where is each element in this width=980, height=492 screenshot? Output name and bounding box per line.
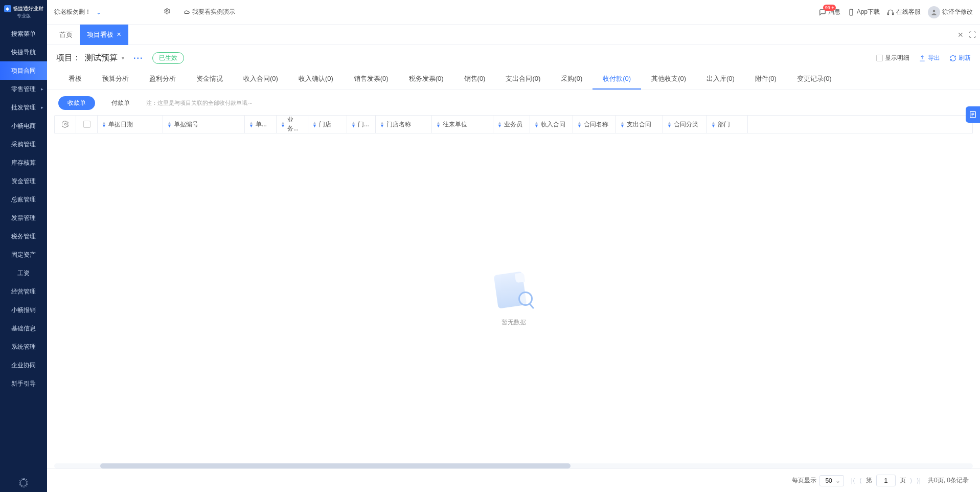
sidebar-item[interactable]: 系统管理 [0,338,47,356]
sub-tab[interactable]: 销售发票(0) [344,69,399,90]
messages-button[interactable]: 99 + 消息 [819,8,840,16]
close-icon[interactable]: ✕ [117,31,121,38]
column-label: 单... [256,120,267,129]
sidebar-item[interactable]: 批发管理▸ [0,98,47,117]
app-icon [848,9,855,16]
sort-icon: ▲▼ [577,121,582,127]
column-label: 单据日期 [108,120,133,129]
column-header[interactable]: ▲▼门店 [308,116,347,133]
brand-logo: ◆ 畅捷通好业财 专业版 [0,0,47,25]
sidebar-item[interactable]: 税务管理 [0,227,47,245]
sidebar-item[interactable]: 总账管理 [0,190,47,209]
sort-icon: ▲▼ [380,121,384,127]
column-header[interactable]: ▲▼单据编号 [163,116,245,133]
page-size-selector[interactable]: 每页显示 50 [792,475,844,486]
column-header[interactable]: ▲▼合同分类 [663,116,707,133]
sub-tab[interactable]: 收入确认(0) [288,69,344,90]
column-header[interactable]: ▲▼往来单位 [432,116,493,133]
column-label: 业务... [287,116,304,133]
sub-tab[interactable]: 收付款(0) [592,69,641,90]
sidebar-item[interactable]: 发票管理 [0,209,47,227]
sidebar-item[interactable]: 项目合同 [0,61,47,80]
sidebar-item[interactable]: 资金管理 [0,172,47,190]
pill-payment[interactable]: 付款单 [102,96,139,110]
column-header[interactable]: ▲▼单据日期 [98,116,163,133]
sidebar-item[interactable]: 搜索菜单 [0,25,47,43]
view-demo-link[interactable]: 我要看实例演示 [183,8,235,16]
tabbar: 首页 项目看板 ✕ ✕ ⛶ [47,25,980,45]
project-name: 测试预算 [85,53,118,63]
sub-tab[interactable]: 变更记录(0) [787,69,842,90]
show-detail-toggle[interactable]: 显示明细 [876,54,909,62]
scrollbar-thumb[interactable] [100,463,571,468]
svg-point-5 [933,10,936,12]
column-label: 往来单位 [443,120,467,129]
project-title-selector[interactable]: 项目： 测试预算 ▾ [56,53,124,63]
user-menu[interactable]: 徐泽华修改 [928,6,973,18]
export-button[interactable]: 导出 [919,54,940,62]
sort-icon: ▲▼ [497,121,502,127]
sidebar-item[interactable]: 库存核算 [0,153,47,172]
refresh-button[interactable]: 刷新 [949,54,971,62]
support-button[interactable]: 在线客服 [887,8,921,16]
sidebar-item[interactable]: 固定资产 [0,245,47,264]
sidebar-item[interactable]: 快捷导航 [0,43,47,61]
sub-tab[interactable]: 盈利分析 [139,69,186,90]
tab-home[interactable]: 首页 [52,25,80,45]
sidebar-item[interactable]: 基础信息 [0,319,47,338]
page-size-value[interactable]: 50 [819,475,844,486]
horizontal-scrollbar[interactable] [54,463,973,468]
sub-tab[interactable]: 销售(0) [454,69,496,90]
sidebar-item[interactable]: 企业协同 [0,356,47,374]
sidebar-item[interactable]: 采购管理 [0,135,47,153]
column-header[interactable]: ▲▼单... [245,116,277,133]
sub-tab[interactable]: 看板 [58,69,92,90]
page-input[interactable] [876,475,896,486]
sort-icon: ▲▼ [351,121,356,127]
chevron-down-icon: ⌄ [96,9,101,16]
sub-tab[interactable]: 支出合同(0) [495,69,551,90]
column-header[interactable]: ▲▼门... [347,116,376,133]
sort-icon: ▲▼ [102,121,106,127]
sidebar-item[interactable]: 经营管理 [0,282,47,301]
column-header[interactable]: ▲▼业务员 [493,116,530,133]
first-page-button[interactable]: |⟨ [851,477,855,484]
sub-tab[interactable]: 预算分析 [92,69,139,90]
column-header[interactable]: ▲▼收入合同 [530,116,573,133]
fullscreen-button[interactable]: ⛶ [969,31,976,39]
sidebar-item[interactable]: 工资 [0,264,47,282]
tab-project-board[interactable]: 项目看板 ✕ [80,25,128,45]
app-download-button[interactable]: App下载 [848,8,880,16]
sub-tab[interactable]: 税务发票(0) [399,69,454,90]
sidebar-item[interactable]: 新手引导 [0,374,47,393]
pill-receipt[interactable]: 收款单 [58,96,95,110]
table-header: ▲▼单据日期▲▼单据编号▲▼单...▲▼业务...▲▼门店▲▼门...▲▼门店名… [54,115,973,133]
sub-tab[interactable]: 采购(0) [551,69,592,90]
sub-tab[interactable]: 收入合同(0) [233,69,288,90]
column-header[interactable]: ▲▼业务... [277,116,308,133]
page-info: 共0页, 0条记录 [928,476,969,485]
sidebar-settings-button[interactable] [0,474,47,492]
last-page-button[interactable]: ⟩| [917,477,921,484]
org-settings-button[interactable] [164,8,171,16]
column-header[interactable]: ▲▼支出合同 [616,116,663,133]
sidebar-item[interactable]: 小畅电商 [0,117,47,135]
prev-page-button[interactable]: ⟨ [859,477,862,484]
sort-icon: ▲▼ [620,121,625,127]
sub-tab[interactable]: 出入库(0) [696,69,745,90]
sidebar-item[interactable]: 小畅报销 [0,301,47,319]
sub-tab[interactable]: 资金情况 [186,69,233,90]
sub-tab[interactable]: 附件(0) [745,69,787,90]
more-actions-button[interactable]: ··· [133,54,143,63]
sub-tab[interactable]: 其他收支(0) [641,69,696,90]
column-header[interactable]: ▲▼部门 [707,116,748,133]
sidebar-item[interactable]: 零售管理▸ [0,80,47,98]
close-all-button[interactable]: ✕ [958,31,964,39]
column-header[interactable]: ▲▼门店名称 [376,116,432,133]
org-selector[interactable]: 徐老板勿删！ ⌄ [54,8,156,16]
select-all-checkbox[interactable] [76,116,98,133]
side-float-button[interactable] [966,106,980,123]
next-page-button[interactable]: ⟩ [910,477,913,484]
column-settings-button[interactable] [55,116,76,133]
column-header[interactable]: ▲▼合同名称 [573,116,616,133]
